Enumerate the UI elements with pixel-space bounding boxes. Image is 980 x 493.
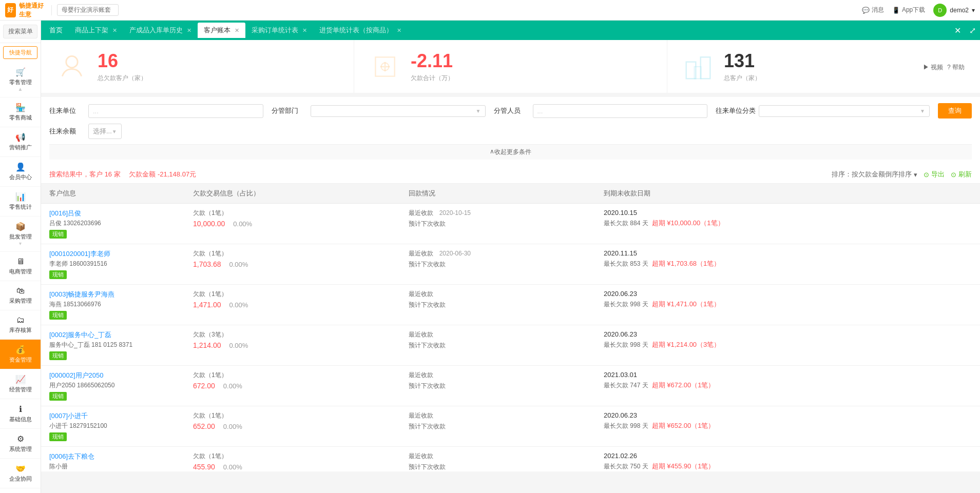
debt-amount-5[interactable]: 652.00 [193, 422, 215, 430]
col-header-customer: 客户信息 [41, 184, 185, 204]
debt-label-1: 欠款（1笔） [193, 249, 392, 258]
return-cell-2: 最近收款 预计下次收款 [400, 285, 595, 325]
sidebar-item-newbie[interactable]: 🎯 新手引导 [0, 488, 41, 493]
overdue-amount-5[interactable]: 超期 ¥652.00（1笔） [652, 422, 715, 429]
customer-name-2[interactable]: [0003]畅捷服务尹海燕 [49, 290, 114, 298]
overdue-cell-6: 2021.02.26 最长欠款 750 天 超期 ¥455.90（1笔） [595, 447, 980, 472]
debt-cell-4: 欠款（1笔） 672.00 0.00% [185, 366, 400, 406]
stat-number-total: 131 [724, 50, 761, 72]
help-btn[interactable]: ? 帮助 [947, 63, 965, 72]
max-overdue-days-6: 最长欠款 750 天 [604, 463, 650, 470]
filter-label-person: 分管人员 [494, 106, 530, 115]
stat-card-amount: -2.11 欠款合计（万） [354, 40, 667, 93]
tab-home[interactable]: 首页 [43, 23, 69, 38]
tab-close-product-history[interactable]: ✕ [187, 27, 191, 34]
debt-amount-6[interactable]: 455.90 [193, 463, 215, 471]
sidebar-search-area: 搜索菜单 [0, 21, 41, 43]
video-btn[interactable]: ▶ 视频 [923, 63, 943, 72]
sidebar-item-retail-mgmt[interactable]: 🛒 零售管理 ▲ [0, 62, 41, 97]
debt-amount-2[interactable]: 1,471.00 [193, 301, 221, 309]
overdue-amount-0[interactable]: 超期 ¥10,000.00（1笔） [652, 219, 724, 227]
tab-close-purchase-stats[interactable]: ✕ [397, 27, 401, 34]
message-btn[interactable]: 💬 消息 [862, 6, 884, 14]
return-cell-3: 最近收款 预计下次收款 [400, 325, 595, 366]
tab-product-history[interactable]: 产成品入库单历史 ✕ [123, 23, 198, 38]
customer-tag-5: 现销 [49, 432, 67, 441]
export-btn[interactable]: ⊙ 导出 [924, 170, 945, 179]
search-menu-btn[interactable]: 搜索菜单 [3, 25, 37, 38]
sidebar-item-member[interactable]: 👤 会员中心 [0, 157, 41, 187]
customer-tag-2: 现销 [49, 311, 67, 320]
debt-amount-3[interactable]: 1,214.00 [193, 341, 221, 349]
tab-purchase-stats[interactable]: 进货单统计表（按商品） ✕ [313, 23, 408, 38]
purchase-icon: 🛍 [16, 286, 25, 295]
filter-select-category[interactable]: ▼ [759, 105, 930, 117]
tab-close-product-off[interactable]: ✕ [112, 27, 117, 34]
tab-close-purchase-order[interactable]: ✕ [302, 27, 307, 34]
customer-name-6[interactable]: [0006]去下粮仓 [49, 452, 94, 460]
tab-customer-account[interactable]: 客户账本 ✕ [198, 23, 245, 38]
sidebar-item-finance[interactable]: 💰 资金管理 [0, 340, 41, 369]
max-overdue-days-2: 最长欠款 998 天 [604, 301, 650, 308]
sidebar-item-inventory[interactable]: 🗂 库存核算 [0, 310, 41, 340]
sidebar-item-operations[interactable]: 📈 经营管理 [0, 369, 41, 399]
video-icon: ▶ [923, 64, 929, 71]
sort-btn[interactable]: 排序：按欠款金额倒序排序 ▾ [832, 170, 917, 179]
sidebar-item-retail-mall[interactable]: 🏪 零售商城 [0, 97, 41, 127]
collapse-filters-btn[interactable]: ∧ 收起更多条件 [49, 144, 972, 160]
tab-bar-expand[interactable]: ⤢ [967, 25, 978, 36]
customer-name-5[interactable]: [0007]小进千 [49, 412, 88, 420]
overdue-amount-6[interactable]: 超期 ¥455.90（1笔） [652, 462, 715, 470]
tab-purchase-order[interactable]: 采购订单统计表 ✕ [245, 23, 313, 38]
query-button[interactable]: 查询 [938, 103, 972, 119]
debt-amount-4[interactable]: 672.00 [193, 382, 215, 390]
customer-name-4[interactable]: [000002]用户2050 [49, 371, 104, 379]
customer-name-3[interactable]: [0002]服务中心_丁磊 [49, 331, 111, 339]
quick-nav-btn[interactable]: 快捷导航 [3, 46, 37, 59]
next-collect-label-5: 预计下次收款 [409, 423, 446, 430]
customer-phone-5: 小进千 18279152100 [49, 422, 177, 430]
overdue-amount-4[interactable]: 超期 ¥672.00（1笔） [652, 381, 715, 389]
overdue-cell-0: 2020.10.15 最长欠款 884 天 超期 ¥10,000.00（1笔） [595, 204, 980, 244]
refresh-btn[interactable]: ⊙ 刷新 [951, 170, 972, 179]
sidebar-item-basic[interactable]: ℹ 基础信息 [0, 399, 41, 429]
stat-card-customers: 16 总欠款客户（家） [41, 40, 354, 93]
retail-mgmt-icon: 🛒 [15, 67, 26, 77]
sidebar-item-system[interactable]: ⚙ 系统管理 [0, 429, 41, 459]
debt-amount-0[interactable]: 10,000.00 [193, 220, 225, 228]
tab-close-customer-account[interactable]: ✕ [235, 27, 239, 34]
overdue-amount-3[interactable]: 超期 ¥1,214.00（3笔） [652, 341, 721, 348]
customer-cell-0: [0016]吕俊 吕俊 13026203696 现销 [41, 204, 185, 244]
filter-select-balance[interactable]: 选择... ▼ [88, 124, 122, 139]
latest-collect-label-1: 最近收款 [409, 250, 433, 257]
sidebar-item-corp-collab[interactable]: 🤝 企业协同 [0, 459, 41, 488]
sidebar-item-ecom[interactable]: 🖥 电商管理 [0, 252, 41, 281]
filter-input-unit[interactable]: ... [88, 104, 263, 118]
filter-select-dept[interactable]: ▼ [311, 105, 486, 117]
tab-product-off[interactable]: 商品上下架 ✕ [69, 23, 123, 38]
customer-name-1[interactable]: [0001020001]李老师 [49, 250, 110, 258]
customer-phone-6: 陈小册 [49, 462, 177, 471]
sidebar-item-retail-stats[interactable]: 📊 零售统计 [0, 187, 41, 216]
customer-tag-1: 现销 [49, 270, 67, 279]
latest-date-0: 2020-10-15 [439, 209, 471, 216]
user-dropdown-icon: ▾ [972, 7, 975, 14]
user-menu[interactable]: D demo2 ▾ [933, 4, 975, 17]
customer-name-0[interactable]: [0016]吕俊 [49, 209, 81, 217]
filter-input-person[interactable]: ... [533, 104, 708, 118]
table-row: [0003]畅捷服务尹海燕 海燕 18513066976 现销 欠款（1笔） 1… [41, 285, 980, 325]
max-overdue-days-3: 最长欠款 998 天 [604, 341, 650, 348]
sidebar-item-batch-mgmt[interactable]: 📦 批发管理 ▾ [0, 216, 41, 252]
retail-mall-icon: 🏪 [15, 103, 26, 112]
tab-bar-close-all[interactable]: ✕ [952, 25, 963, 36]
customer-cell-2: [0003]畅捷服务尹海燕 海燕 18513066976 现销 [41, 285, 185, 325]
export-icon: ⊙ [924, 171, 929, 179]
table-row: [000002]用户2050 用户2050 18665062050 现销 欠款（… [41, 366, 980, 406]
overdue-amount-2[interactable]: 超期 ¥1,471.00（1笔） [652, 300, 721, 308]
result-tools: 排序：按欠款金额倒序排序 ▾ ⊙ 导出 ⊙ 刷新 [832, 170, 972, 179]
debt-amount-1[interactable]: 1,703.68 [193, 260, 221, 268]
overdue-amount-1[interactable]: 超期 ¥1,703.68（1笔） [652, 260, 721, 267]
sidebar-item-marketing[interactable]: 📢 营销推广 [0, 127, 41, 157]
app-download-btn[interactable]: 📱 App下载 [892, 6, 925, 14]
sidebar-item-purchase[interactable]: 🛍 采购管理 [0, 281, 41, 310]
